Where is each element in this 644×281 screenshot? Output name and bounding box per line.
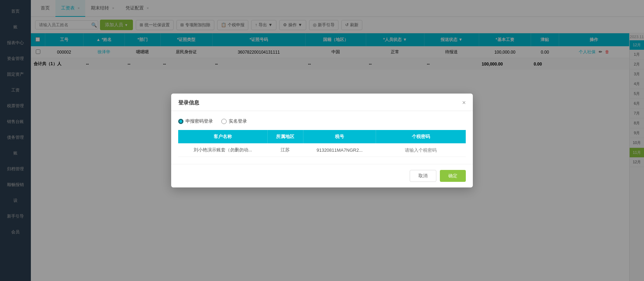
- confirm-button[interactable]: 确定: [440, 170, 466, 182]
- tax-password-input[interactable]: [380, 148, 462, 153]
- dialog-col-name: 客户名称: [178, 130, 267, 143]
- dialog-cell-taxid: 91320811MA7NGR2...: [303, 143, 376, 157]
- dialog-cell-name: 刘小艳演示账套（勿删勿动...: [178, 143, 267, 157]
- dialog-footer: 取消 确定: [171, 164, 473, 187]
- cancel-button[interactable]: 取消: [410, 170, 436, 182]
- modal-overlay: 登录信息 × 申报密码登录 实名登录 客户名称 所属地区: [0, 0, 644, 281]
- dialog-header: 登录信息 ×: [171, 94, 473, 111]
- dialog-col-password: 个税密码: [376, 130, 466, 143]
- dialog-table-row: 刘小艳演示账套（勿删勿动... 江苏 91320811MA7NGR2...: [178, 143, 466, 157]
- radio-password-input[interactable]: [178, 119, 183, 124]
- dialog-title: 登录信息: [178, 100, 199, 106]
- dialog-col-region: 所属地区: [267, 130, 303, 143]
- dialog-cell-password: [376, 143, 466, 157]
- dialog-table: 客户名称 所属地区 税号 个税密码 刘小艳演示账套（勿删勿动... 江苏 913…: [178, 130, 466, 157]
- dialog-body: 申报密码登录 实名登录 客户名称 所属地区 税号 个税密码: [171, 111, 473, 164]
- radio-realname-input[interactable]: [221, 119, 227, 124]
- radio-group: 申报密码登录 实名登录: [178, 118, 466, 124]
- dialog-cell-region: 江苏: [267, 143, 303, 157]
- dialog-col-taxid: 税号: [303, 130, 376, 143]
- login-dialog: 登录信息 × 申报密码登录 实名登录 客户名称 所属地区: [171, 94, 473, 187]
- radio-password-login[interactable]: 申报密码登录: [178, 118, 213, 124]
- dialog-close-button[interactable]: ×: [462, 99, 466, 107]
- radio-realname-login[interactable]: 实名登录: [221, 118, 247, 124]
